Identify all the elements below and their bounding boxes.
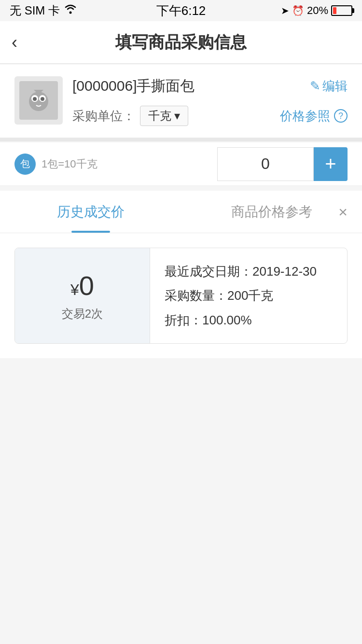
product-unit-row: 采购单位： 千克 ▾ 价格参照 ? [72, 106, 348, 126]
trade-count: 交易2次 [62, 306, 103, 322]
location-icon: ➤ [281, 5, 289, 16]
carrier-text: 无 SIM 卡 [10, 3, 60, 18]
trade-card: ¥0 交易2次 最近成交日期：2019-12-30 采购数量：200千克 折扣：… [14, 248, 348, 344]
tabs-section: 历史成交价 商品价格参考 × ¥0 交易2次 最近成交日期：2019-12-30… [0, 191, 362, 358]
price-reference-button[interactable]: 价格参照 ? [280, 108, 348, 125]
battery-icon [331, 5, 352, 16]
quantity-section: 包 1包=10千克 + [0, 142, 362, 186]
unit-conversion: 1包=10千克 [42, 157, 97, 171]
svg-point-0 [70, 12, 72, 14]
tabs-header: 历史成交价 商品价格参考 × [0, 191, 362, 233]
product-thumbnail [19, 81, 58, 120]
unit-label: 采购单位： 千克 ▾ [72, 106, 188, 126]
quantity-row: 包 1包=10千克 + [0, 142, 362, 186]
edit-icon: ✎ [310, 79, 320, 94]
product-card: [0000006]手撕面包 ✎ 编辑 采购单位： 千克 ▾ 价格参照 ? [0, 65, 362, 138]
price-ref-label: 价格参照 [280, 108, 330, 125]
status-right-group: ➤ ⏰ 20% [281, 4, 352, 17]
trade-price: ¥0 [70, 270, 94, 301]
section-divider [0, 138, 362, 141]
main-background [0, 358, 362, 644]
alarm-icon: ⏰ [292, 5, 304, 16]
wifi-icon [64, 4, 77, 17]
nav-bar: ‹ 填写商品采购信息 [0, 21, 362, 64]
trade-amount: 0 [79, 270, 94, 301]
status-time: 下午6:12 [156, 2, 206, 19]
discount-label: 折扣： [165, 313, 202, 327]
dropdown-arrow-icon: ▾ [174, 109, 180, 123]
unit-value: 千克 [148, 108, 171, 124]
tab-history-label: 历史成交价 [57, 203, 125, 221]
discount-value: 100.00% [202, 313, 252, 327]
product-image [14, 76, 63, 125]
trade-details: 最近成交日期：2019-12-30 采购数量：200千克 折扣：100.00% [150, 248, 347, 343]
product-name: [0000006]手撕面包 [72, 76, 195, 96]
product-info: [0000006]手撕面包 ✎ 编辑 采购单位： 千克 ▾ 价格参照 ? [72, 76, 348, 126]
recent-date-label: 最近成交日期： [165, 264, 252, 279]
svg-point-5 [41, 97, 44, 101]
status-bar: 无 SIM 卡 下午6:12 ➤ ⏰ 20% [0, 0, 362, 21]
unit-name: 包 [20, 157, 30, 170]
svg-point-4 [33, 97, 37, 101]
quantity-input[interactable] [217, 147, 314, 181]
tab-history-price[interactable]: 历史成交价 [0, 191, 181, 233]
currency-symbol: ¥ [70, 281, 79, 298]
quantity-plus-button[interactable]: + [314, 147, 348, 181]
status-carrier: 无 SIM 卡 [10, 3, 77, 18]
quantity-controls: + [111, 147, 348, 181]
battery-percent: 20% [307, 4, 328, 17]
tab-active-indicator [71, 231, 110, 233]
edit-label: 编辑 [322, 78, 348, 95]
battery-fill [333, 7, 336, 14]
quantity-detail-label: 采购数量： [165, 288, 227, 303]
discount-row: 折扣：100.00% [165, 311, 333, 329]
recent-date-row: 最近成交日期：2019-12-30 [165, 263, 333, 280]
quantity-row-detail: 采购数量：200千克 [165, 287, 333, 304]
page-title: 填写商品采购信息 [115, 31, 247, 54]
quantity-detail-value: 200千克 [227, 288, 273, 303]
trade-price-section: ¥0 交易2次 [15, 248, 150, 343]
edit-button[interactable]: ✎ 编辑 [310, 78, 348, 95]
product-top-row: [0000006]手撕面包 ✎ 编辑 [72, 76, 348, 96]
quantity-unit-info: 包 1包=10千克 [14, 154, 111, 175]
back-button[interactable]: ‹ [12, 32, 17, 53]
tab-price-reference[interactable]: 商品价格参考 [181, 191, 362, 233]
unit-select-button[interactable]: 千克 ▾ [140, 106, 188, 126]
unit-label-text: 采购单位： [72, 108, 135, 125]
price-ref-help-icon: ? [334, 109, 348, 123]
history-content: ¥0 交易2次 最近成交日期：2019-12-30 采购数量：200千克 折扣：… [0, 233, 362, 358]
recent-date-value: 2019-12-30 [252, 264, 317, 279]
tab-reference-label: 商品价格参考 [231, 203, 312, 221]
tab-close-button[interactable]: × [338, 203, 348, 221]
unit-badge: 包 [14, 154, 36, 175]
